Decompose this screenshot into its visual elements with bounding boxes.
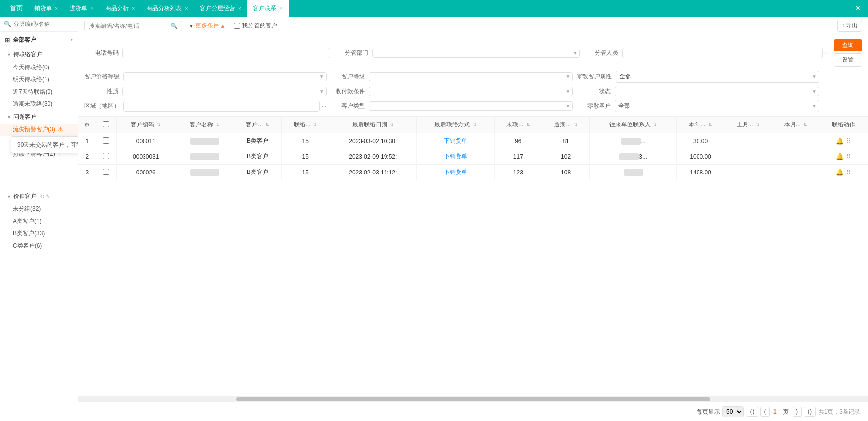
nav-tab-customer-tier[interactable]: 客户分层经营 × — [194, 0, 247, 17]
contact-method-link[interactable]: 下销货单 — [444, 137, 467, 144]
table-header-contact-count[interactable]: 联络... ⇅ — [282, 117, 329, 133]
edit-icon[interactable]: ✎ — [46, 193, 50, 200]
sidebar-search-box[interactable]: 🔍 — [0, 17, 78, 32]
row-checkbox[interactable] — [96, 133, 117, 149]
nature-select[interactable]: ▼ — [122, 87, 327, 96]
sidebar-item-churn-warning[interactable]: 流失预警客户(3) ⚠ — [0, 124, 78, 136]
close-tab-customer-tier-icon[interactable]: × — [238, 5, 241, 11]
more-action-icon[interactable]: ⠿ — [846, 169, 851, 176]
contact-icon[interactable]: 🔔 — [836, 169, 844, 176]
sidebar-item-today-contact[interactable]: 今天待联络(0) — [0, 61, 78, 74]
dept-select[interactable]: ▼ — [372, 49, 580, 58]
table-header-this-month[interactable]: 本月... ⇅ — [772, 117, 820, 133]
my-customer-filter[interactable]: 我分管的客户 — [234, 22, 277, 30]
sidebar-group-value-customer-title[interactable]: ▼ 价值客户 ↻ ✎ — [0, 190, 78, 203]
phone-input[interactable] — [122, 48, 330, 58]
export-button[interactable]: ↑ 导出 — [837, 20, 862, 32]
retail-attr-select[interactable]: 全部 ▼ — [616, 71, 819, 83]
row-name — [175, 165, 234, 180]
more-action-icon[interactable]: ⠿ — [846, 153, 851, 160]
close-tab-sales-icon[interactable]: × — [55, 5, 58, 11]
table-header-last-contact-method[interactable]: 最后联络方式 ⇅ — [417, 117, 494, 133]
per-page-control: 每页显示 50 — [697, 406, 744, 417]
scrollbar-thumb[interactable] — [236, 397, 710, 401]
more-filter-arrow-icon: ▲ — [220, 23, 226, 29]
nav-home[interactable]: 首页 — [4, 4, 28, 13]
contact-icon[interactable]: 🔔 — [836, 137, 844, 145]
sidebar-root-item[interactable]: ⊞ 全部客户 « — [0, 32, 78, 48]
row-checkbox[interactable] — [96, 165, 117, 180]
table-header-code[interactable]: 客户编码 ⇅ — [117, 117, 175, 133]
nav-tab-customer-contact[interactable]: 客户联系 × — [247, 0, 288, 17]
refresh-icon[interactable]: ↻ — [40, 193, 45, 200]
setting-button[interactable]: 设置 — [834, 53, 862, 67]
close-tab-purchase-icon[interactable]: × — [90, 5, 93, 11]
table-header-name[interactable]: 客户名称 ⇅ — [175, 117, 234, 133]
table-header-this-year[interactable]: 本年... ⇅ — [676, 117, 724, 133]
table-header-uncontacted[interactable]: 未联... ⇅ — [494, 117, 542, 133]
nav-tab-purchase[interactable]: 进货单 × — [64, 0, 99, 17]
window-close-button[interactable]: × — [852, 4, 864, 13]
my-customer-checkbox[interactable] — [234, 23, 240, 29]
row-last-contact-method[interactable]: 下销货单 — [417, 149, 494, 165]
close-tab-customer-contact-icon[interactable]: × — [279, 5, 282, 11]
table-header-last-month[interactable]: 上月... ⇅ — [724, 117, 772, 133]
more-action-icon[interactable]: ⠿ — [846, 137, 851, 145]
sidebar-collapse-icon[interactable]: « — [70, 37, 73, 43]
last-page-button[interactable]: ⟩⟩ — [804, 407, 816, 417]
customer-type-select[interactable]: ▼ — [369, 101, 573, 111]
prev-page-button[interactable]: ⟨ — [760, 407, 770, 417]
row-overdue-days: 102 — [542, 149, 589, 165]
sidebar-group-problem-customer-title[interactable]: ▼ 问题客户 — [0, 110, 78, 124]
sidebar-item-class-b[interactable]: B类客户(33) — [0, 227, 78, 240]
sidebar-item-class-c[interactable]: C类客户(6) — [0, 240, 78, 252]
sidebar-item-overdue-contact[interactable]: 逾期未联络(30) — [0, 98, 78, 110]
contact-method-link[interactable]: 下销货单 — [444, 169, 467, 175]
per-page-select[interactable]: 50 — [722, 406, 744, 417]
manager-input[interactable] — [622, 48, 823, 58]
row-last-contact-method[interactable]: 下销货单 — [417, 133, 494, 149]
nav-tab-analysis[interactable]: 商品分析 × — [99, 0, 141, 17]
region-dots-icon[interactable]: ··· — [322, 103, 327, 110]
table-header-overdue[interactable]: 逾期... ⇅ — [542, 117, 589, 133]
search-input[interactable] — [89, 23, 169, 29]
retail-customer-select[interactable]: 全部 ▼ — [615, 100, 819, 112]
search-icon[interactable]: 🔍 — [170, 23, 178, 29]
close-tab-analysis-list-icon[interactable]: × — [185, 5, 188, 11]
contact-icon[interactable]: 🔔 — [836, 153, 844, 160]
contact-method-link[interactable]: 下销货单 — [444, 153, 467, 160]
customer-tier-select[interactable]: ▼ — [369, 72, 573, 81]
sidebar-item-tomorrow-contact[interactable]: 明天待联络(1) — [0, 74, 78, 86]
table-header-last-contact-date[interactable]: 最后联络日期 ⇅ — [329, 117, 417, 133]
payment-select[interactable]: ▼ — [369, 87, 573, 96]
status-select[interactable]: ▼ — [615, 87, 819, 96]
next-page-button[interactable]: ⟩ — [793, 407, 802, 417]
close-tab-analysis-icon[interactable]: × — [132, 5, 135, 11]
sidebar-item-class-a[interactable]: A类客户(1) — [0, 215, 78, 227]
nav-tab-sales[interactable]: 销货单 × — [28, 0, 64, 17]
horizontal-scrollbar[interactable] — [78, 396, 868, 402]
sidebar-item-unclassified[interactable]: 未分组(32) — [0, 203, 78, 215]
first-page-button[interactable]: ⟨⟨ — [747, 407, 758, 417]
sidebar-item-7days-contact[interactable]: 近7天待联络(0) — [0, 86, 78, 98]
table-header-customer-type[interactable]: 客户... ⇅ — [234, 117, 281, 133]
sidebar-search-input[interactable] — [13, 21, 78, 27]
select-all-checkbox[interactable] — [103, 121, 109, 127]
region-input[interactable] — [123, 101, 320, 112]
row-actions: 🔔 ⠿ — [820, 133, 868, 149]
nav-tab-analysis-list[interactable]: 商品分析列表 × — [141, 0, 193, 17]
row-checkbox[interactable] — [96, 149, 117, 165]
table-checkbox-header[interactable] — [96, 117, 117, 133]
row-last-contact-method[interactable]: 下销货单 — [417, 165, 494, 180]
query-button[interactable]: 查询 — [834, 39, 862, 51]
dots-icon[interactable]: ··· — [825, 50, 830, 56]
row-this-month — [772, 149, 820, 165]
more-filter-button[interactable]: ▼ 更多条件 ▲ — [188, 22, 226, 30]
table-settings-header[interactable]: ⚙ — [78, 117, 96, 133]
price-tier-select[interactable]: ▼ — [123, 72, 327, 81]
search-box[interactable]: 🔍 — [84, 21, 182, 31]
table-row: 2 00030031 B类客户 15 2023-02-09 19:52: 下销货… — [78, 149, 868, 165]
table-header-contact-person[interactable]: 往来单位联系人 ⇅ — [590, 117, 677, 133]
current-page-display: 1 — [772, 408, 779, 415]
sidebar-group-pending-contact-title[interactable]: ▼ 待联络客户 — [0, 48, 78, 61]
